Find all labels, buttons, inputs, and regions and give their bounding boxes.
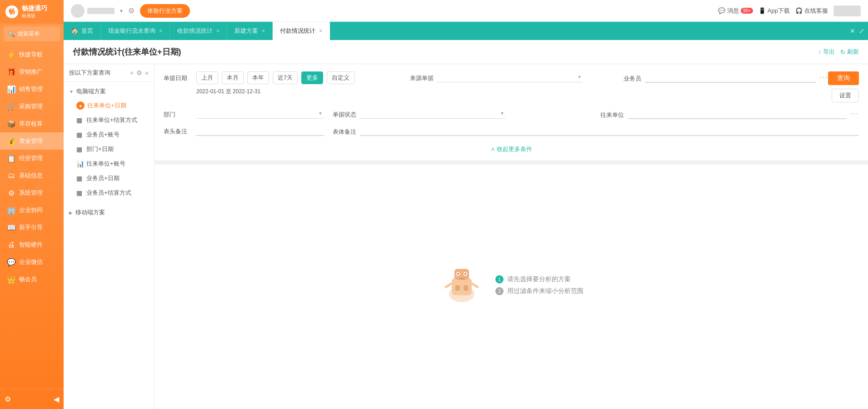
- messages-label: 消息: [727, 7, 739, 15]
- scheme-item-unit-account[interactable]: 📊 往来单位+账号: [64, 157, 154, 171]
- sidebar-item-label: 智能硬件: [19, 241, 43, 249]
- scheme-settings-icon[interactable]: ⚙: [136, 69, 142, 76]
- staff-input[interactable]: [645, 71, 816, 82]
- scheme-item-staff-account[interactable]: ▦ 业务员+账号: [64, 127, 154, 142]
- search-icon: 🔍: [8, 31, 15, 37]
- finance-icon: 💰: [7, 137, 15, 145]
- sidebar-item-inventory[interactable]: 📦 库存核算: [0, 115, 64, 132]
- mobile-group-title[interactable]: ▶ 移动端方案: [64, 206, 154, 219]
- table-body-note-input[interactable]: [360, 125, 859, 136]
- pc-scheme-group: ▼ 电脑端方案 ● 往来单位+日期 ▦ 往来单位+结算方式 ▦ 业务员+账号: [64, 82, 154, 203]
- tab-payment[interactable]: 付款情况统计 ×: [273, 22, 330, 40]
- scheme-icon-staff-date: ▦: [76, 175, 84, 182]
- scheme-add-icon[interactable]: +: [130, 69, 134, 76]
- sidebar-item-member[interactable]: 👑 畅会员: [0, 271, 64, 288]
- date-btn-custom[interactable]: 自定义: [327, 71, 354, 84]
- tab-bank[interactable]: 现金银行流水查询 ×: [101, 22, 170, 40]
- tab-receipt-close[interactable]: ×: [216, 28, 219, 34]
- sidebar-item-marketing[interactable]: 🎁 营销推广: [0, 63, 64, 81]
- sidebar-item-operations[interactable]: 📋 经营管理: [0, 150, 64, 167]
- filter-area: 单据日期 上月 本月 本年 近7天 更多 自定义 2022-01-01 至 20…: [155, 64, 868, 161]
- table-header-note-input[interactable]: [196, 125, 324, 136]
- scheme-icon-unit-settle: ▦: [76, 116, 84, 124]
- source-bill-select[interactable]: [437, 71, 583, 82]
- messages-action[interactable]: 💬 消息 99+: [718, 7, 753, 15]
- scheme-panel-title: 按以下方案查询: [69, 69, 110, 77]
- bill-status-label: 单据状态: [333, 108, 356, 119]
- date-btn-lastmonth[interactable]: 上月: [196, 71, 218, 84]
- date-btn-more[interactable]: 更多: [301, 71, 323, 84]
- svg-line-9: [472, 283, 478, 287]
- scheme-item-staff-date[interactable]: ▦ 业务员+日期: [64, 171, 154, 186]
- source-bill-label: 来源单据: [410, 71, 434, 82]
- sidebar-item-hardware[interactable]: 🖨 智能硬件: [0, 236, 64, 253]
- tab-new[interactable]: 新建方案 ×: [227, 22, 273, 40]
- sales-icon: 📊: [7, 85, 15, 93]
- sidebar-item-quicknav[interactable]: ⚡ 快捷导航: [0, 46, 64, 63]
- search-menu[interactable]: 🔍 搜索菜单: [4, 26, 60, 41]
- collapse-more-btn[interactable]: ∧ 收起更多条件: [164, 141, 859, 153]
- refresh-button[interactable]: ↻ 刷新: [840, 48, 859, 56]
- date-btn-thisyear[interactable]: 本年: [247, 71, 269, 84]
- online-service-action[interactable]: 🎧 在线客服: [795, 7, 828, 15]
- date-btn-thismonth[interactable]: 本月: [222, 71, 244, 84]
- sidebar-item-basic[interactable]: 🗂 基础信息: [0, 167, 64, 184]
- purchase-icon: 🛒: [7, 102, 15, 111]
- pc-group-label: 电脑端方案: [76, 87, 106, 96]
- pc-group-title[interactable]: ▼ 电脑端方案: [64, 85, 154, 98]
- scheme-collapse-icon[interactable]: «: [145, 69, 149, 76]
- expand-icon[interactable]: ⤢: [859, 27, 864, 35]
- sidebar-item-label: 资金管理: [19, 137, 43, 145]
- date-btn-7days[interactable]: 近7天: [273, 71, 298, 84]
- tab-receipt[interactable]: 收款情况统计 ×: [170, 22, 227, 40]
- sidebar-footer: ⚙ ◀: [0, 389, 64, 409]
- basic-icon: 🗂: [7, 172, 15, 180]
- topbar-dropdown-arrow[interactable]: ▾: [120, 8, 123, 14]
- tab-payment-label: 付款情况统计: [280, 27, 315, 35]
- sidebar-item-guide[interactable]: 📖 新手引导: [0, 219, 64, 236]
- partner-dots[interactable]: ···: [850, 110, 859, 118]
- refresh-label: 刷新: [847, 48, 859, 56]
- tab-new-close[interactable]: ×: [262, 28, 265, 34]
- sidebar-item-purchase[interactable]: 🛒 采购管理: [0, 98, 64, 115]
- partner-input[interactable]: [628, 108, 847, 119]
- tab-payment-close[interactable]: ×: [319, 28, 322, 34]
- sidebar-item-sales[interactable]: 📊 销售管理: [0, 81, 64, 98]
- sidebar-item-label: 营销推广: [19, 68, 43, 76]
- sidebar-item-enterprise[interactable]: 🏢 企业协同: [0, 202, 64, 219]
- trial-button[interactable]: 体验行业方案: [140, 4, 190, 18]
- footer-settings-icon[interactable]: ⚙: [5, 395, 11, 404]
- collapse-label: 收起更多条件: [497, 146, 532, 152]
- tab-home[interactable]: 🏠 首页: [64, 22, 101, 40]
- bill-date-label: 单据日期: [164, 71, 196, 82]
- settings-button[interactable]: 设置: [832, 89, 859, 102]
- close-all-icon[interactable]: ✕: [850, 27, 855, 35]
- scheme-icon-staff-account: ▦: [76, 131, 84, 138]
- export-button[interactable]: ↑ 导出: [818, 48, 835, 56]
- scheme-icon-unit-date: ●: [76, 101, 85, 110]
- tab-bank-label: 现金银行流水查询: [108, 27, 155, 35]
- dept-select[interactable]: [196, 108, 324, 119]
- scheme-item-unit-settle[interactable]: ▦ 往来单位+结算方式: [64, 113, 154, 127]
- scheme-label-staff-date: 业务员+日期: [86, 174, 120, 182]
- tab-bank-close[interactable]: ×: [159, 28, 162, 34]
- tip-num-2: 2: [495, 287, 504, 295]
- topbar-gear-icon[interactable]: ⚙: [128, 6, 135, 15]
- staff-dots[interactable]: ···: [819, 73, 828, 81]
- app-download-action[interactable]: 📱 App下载: [758, 7, 790, 15]
- marketing-icon: 🎁: [7, 68, 15, 76]
- sidebar-item-wechat[interactable]: 💬 企业微信: [0, 253, 64, 271]
- scheme-item-unit-date[interactable]: ● 往来单位+日期: [64, 98, 154, 113]
- topbar: ▾ ⚙ 体验行业方案 💬 消息 99+ 📱 App下载 🎧 在线客服: [64, 0, 868, 22]
- service-icon: 🎧: [795, 7, 803, 14]
- sidebar-item-system[interactable]: ⚙ 系统管理: [0, 184, 64, 202]
- sidebar-item-finance[interactable]: 💰 资金管理: [0, 132, 64, 150]
- query-button[interactable]: 查询: [828, 71, 859, 85]
- filter-row-1: 单据日期 上月 本月 本年 近7天 更多 自定义 2022-01-01 至 20…: [164, 71, 859, 102]
- app-download-label: App下载: [768, 7, 790, 15]
- scheme-item-staff-settle[interactable]: ▦ 业务员+结算方式: [64, 186, 154, 200]
- bill-status-select[interactable]: [360, 108, 505, 119]
- quicknav-icon: ⚡: [7, 50, 15, 59]
- scheme-item-dept-date[interactable]: ▦ 部门+日期: [64, 142, 154, 157]
- footer-collapse-icon[interactable]: ◀: [54, 395, 59, 404]
